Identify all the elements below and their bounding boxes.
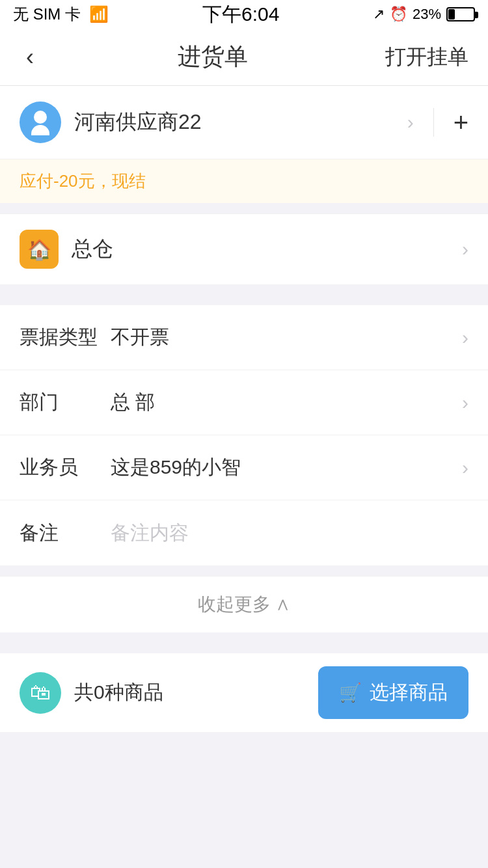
supplier-avatar bbox=[20, 102, 61, 143]
page-title: 进货单 bbox=[178, 41, 248, 73]
battery-text: 23% bbox=[413, 6, 441, 23]
supplier-section: 河南供应商22 › + 应付-20元，现结 bbox=[0, 86, 488, 203]
status-time: 下午6:04 bbox=[202, 1, 279, 28]
invoice-type-chevron-icon: › bbox=[462, 327, 468, 349]
open-pending-button[interactable]: 打开挂单 bbox=[385, 43, 468, 72]
nav-bar: ‹ 进货单 打开挂单 bbox=[0, 29, 488, 86]
back-button[interactable]: ‹ bbox=[20, 37, 40, 77]
status-bar: 无 SIM 卡 📶 下午6:04 ↗ ⏰ 23% bbox=[0, 0, 488, 29]
salesperson-value: 这是859的小智 bbox=[111, 454, 462, 481]
battery-icon bbox=[446, 7, 475, 21]
select-product-label: 选择商品 bbox=[370, 679, 448, 706]
warehouse-name: 总仓 bbox=[72, 235, 462, 264]
invoice-type-label: 票据类型 bbox=[20, 324, 111, 351]
location-icon: ↗ bbox=[373, 6, 385, 23]
divider-vertical bbox=[433, 108, 434, 137]
notice-bar: 应付-20元，现结 bbox=[0, 159, 488, 203]
supplier-chevron-icon: › bbox=[407, 111, 414, 133]
add-supplier-button[interactable]: + bbox=[454, 108, 468, 137]
product-count: 共0种商品 bbox=[74, 679, 305, 706]
supplier-row[interactable]: 河南供应商22 › + bbox=[0, 86, 488, 159]
warehouse-section: 🏠 总仓 › bbox=[0, 213, 488, 284]
section-divider-1 bbox=[0, 203, 488, 213]
note-label: 备注 bbox=[20, 520, 111, 547]
alarm-icon: ⏰ bbox=[390, 6, 407, 23]
section-divider-3 bbox=[0, 632, 488, 643]
invoice-type-value: 不开票 bbox=[111, 324, 462, 351]
department-row[interactable]: 部门 总 部 › bbox=[0, 370, 488, 435]
avatar-person-icon bbox=[29, 111, 52, 134]
avatar-body bbox=[31, 125, 49, 135]
warehouse-icon-wrap: 🏠 bbox=[20, 230, 59, 269]
department-label: 部门 bbox=[20, 389, 111, 416]
product-icon-wrap: 🛍 bbox=[20, 672, 61, 714]
supplier-name: 河南供应商22 bbox=[74, 108, 407, 137]
avatar-head bbox=[34, 111, 47, 124]
status-right: ↗ ⏰ 23% bbox=[373, 6, 475, 23]
department-chevron-icon: › bbox=[462, 392, 468, 414]
salesperson-label: 业务员 bbox=[20, 454, 111, 481]
status-left: 无 SIM 卡 📶 bbox=[13, 4, 109, 25]
select-product-button[interactable]: 🛒 选择商品 bbox=[318, 666, 468, 719]
section-divider-2 bbox=[0, 284, 488, 295]
warehouse-icon: 🏠 bbox=[27, 238, 51, 261]
bottom-bar: 🛍 共0种商品 🛒 选择商品 bbox=[0, 653, 488, 732]
invoice-type-row[interactable]: 票据类型 不开票 › bbox=[0, 305, 488, 370]
note-placeholder: 备注内容 bbox=[111, 520, 468, 547]
collapse-row[interactable]: 收起更多 ∧ bbox=[0, 576, 488, 632]
note-row[interactable]: 备注 备注内容 bbox=[0, 500, 488, 565]
form-section: 票据类型 不开票 › 部门 总 部 › 业务员 这是859的小智 › 备注 备注… bbox=[0, 305, 488, 565]
notice-text: 应付-20元，现结 bbox=[20, 171, 146, 191]
collapse-text: 收起更多 ∧ bbox=[198, 592, 291, 617]
warehouse-row[interactable]: 🏠 总仓 › bbox=[0, 213, 488, 284]
product-bag-icon: 🛍 bbox=[30, 681, 51, 705]
department-value: 总 部 bbox=[111, 389, 462, 416]
cart-icon: 🛒 bbox=[339, 682, 362, 703]
main-content: 河南供应商22 › + 应付-20元，现结 🏠 总仓 › 票据类型 不开票 › bbox=[0, 86, 488, 752]
warehouse-chevron-icon: › bbox=[462, 238, 468, 260]
salesperson-chevron-icon: › bbox=[462, 457, 468, 479]
salesperson-row[interactable]: 业务员 这是859的小智 › bbox=[0, 435, 488, 500]
